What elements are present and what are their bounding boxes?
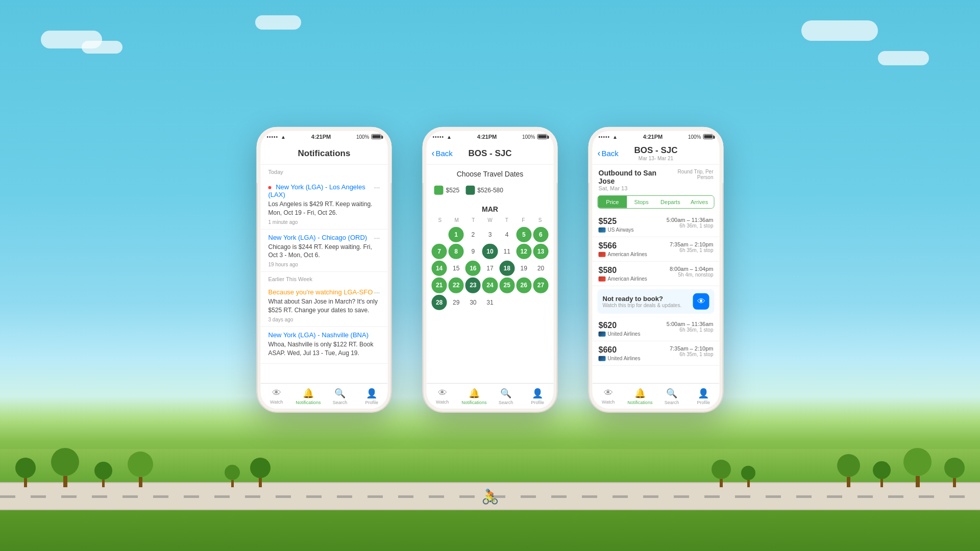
phone-1-battery-icon [372, 134, 382, 139]
profile-icon: 👤 [366, 387, 377, 398]
cal-day-26[interactable]: 26 [516, 278, 531, 293]
profile-icon-3: 👤 [698, 387, 709, 398]
flight-row-2[interactable]: $566 American Airlines 7:35am – 2:10pm 6… [593, 237, 720, 262]
cal-day-3[interactable]: 3 [482, 227, 498, 242]
cal-day-27[interactable]: 27 [533, 278, 548, 293]
legend-green-dot [434, 186, 444, 195]
cal-day-21[interactable]: 21 [432, 278, 447, 293]
tab-3-profile[interactable]: 👤 Profile [688, 387, 719, 405]
tab-2-profile[interactable]: 👤 Profile [522, 387, 553, 405]
cal-day-5[interactable]: 5 [516, 227, 531, 242]
filter-tab-departs[interactable]: Departs [656, 196, 685, 208]
notif-4-text: Whoa, Nashville is only $122 RT. Book AS… [268, 340, 380, 358]
tab-1-profile[interactable]: 👤 Profile [356, 387, 387, 405]
watch-banner-icon: 👁 [697, 297, 705, 306]
cal-day-17[interactable]: 17 [482, 261, 498, 276]
notif-3-time: 3 days ago [268, 317, 380, 322]
cal-day-7[interactable]: 7 [432, 244, 447, 259]
flight-4-time: 5:00am – 11:36am [667, 321, 714, 327]
phone-3-screen: ••••• ▲ 4:21PM 100% ‹ Back [593, 131, 720, 409]
cloud-4 [878, 51, 929, 65]
cal-day-9[interactable]: 9 [465, 244, 481, 259]
flight-2-duration: 6h 35m, 1 stop [670, 247, 714, 253]
phone-2-back-button[interactable]: ‹ Back [432, 148, 453, 159]
cal-day-13[interactable]: 13 [533, 244, 548, 259]
flight-row-5[interactable]: $660 United Airlines 7:35am – 2:10pm 6h … [593, 341, 720, 366]
tab-2-notifications[interactable]: 🔔 Notifications [458, 387, 490, 405]
tab-3-search-label: Search [665, 399, 679, 405]
phone-2-content: Choose Travel Dates $525 $526-580 [427, 165, 554, 383]
tab-3-profile-label: Profile [697, 399, 710, 405]
cal-day-18[interactable]: 18 [499, 261, 514, 276]
search-icon-2: 🔍 [500, 387, 511, 398]
notification-item-2[interactable]: New York (LGA) - Chicago (ORD) ··· Chica… [261, 229, 388, 272]
tab-3-search[interactable]: 🔍 Search [656, 387, 688, 405]
watch-banner-button[interactable]: 👁 [693, 293, 709, 310]
flight-1-duration: 6h 36m, 1 stop [667, 223, 714, 229]
filter-tab-stops[interactable]: Stops [627, 196, 656, 208]
phone-1-content: Today New York (LGA) - Los Angeles (LAX)… [261, 165, 388, 383]
cal-day-6[interactable]: 6 [533, 227, 548, 242]
notifications-icon-3: 🔔 [634, 387, 646, 398]
tab-2-search[interactable]: 🔍 Search [490, 387, 522, 405]
cal-day-12[interactable]: 12 [516, 244, 531, 259]
cal-day-16[interactable]: 16 [465, 261, 481, 276]
phone-2-battery-icon [537, 134, 548, 139]
cal-day-30[interactable]: 30 [465, 294, 481, 310]
notification-item-1[interactable]: New York (LGA) - Los Angeles (LAX) ··· L… [261, 179, 388, 230]
cal-day-22[interactable]: 22 [449, 278, 464, 293]
tab-1-watch[interactable]: 👁 Watch [261, 388, 292, 405]
notification-item-3[interactable]: Because you're watching LGA-SFO ··· What… [261, 284, 388, 327]
cal-day-24[interactable]: 24 [482, 278, 498, 293]
filter-tab-price[interactable]: Price [598, 196, 627, 208]
legend-price-2: $526-580 [477, 187, 503, 194]
watch-banner: Not ready to book? Watch this trip for d… [598, 289, 715, 314]
notifications-icon-2: 🔔 [469, 387, 480, 398]
notif-3-menu[interactable]: ··· [374, 288, 380, 296]
phone-3-back-button[interactable]: ‹ Back [598, 148, 619, 159]
cal-day-23[interactable]: 23 [465, 278, 481, 293]
cal-day-11[interactable]: 11 [499, 244, 514, 259]
phone-3-tab-bar: 👁 Watch 🔔 Notifications 🔍 Search 👤 Profi… [593, 383, 720, 409]
tab-3-notifications[interactable]: 🔔 Notifications [624, 387, 656, 405]
cal-day-20[interactable]: 20 [533, 261, 548, 276]
back-chevron-icon-3: ‹ [598, 148, 601, 159]
tab-1-search[interactable]: 🔍 Search [324, 387, 356, 405]
flight-1-price: $525 [599, 217, 634, 226]
tab-3-watch[interactable]: 👁 Watch [593, 388, 624, 405]
watch-icon-2: 👁 [438, 388, 447, 398]
flight-row-3[interactable]: $580 American Airlines 8:00am – 1:04pm 5… [593, 262, 720, 286]
cal-day-28[interactable]: 28 [432, 294, 447, 310]
cloud-3 [801, 20, 878, 41]
cal-day-1[interactable]: 1 [449, 227, 464, 242]
cal-day-29[interactable]: 29 [449, 294, 464, 310]
notif-3-text: What about San Jose in March? It's only … [268, 297, 380, 315]
cal-day-25[interactable]: 25 [499, 278, 514, 293]
notif-1-menu[interactable]: ··· [374, 183, 380, 191]
filter-tab-arrives[interactable]: Arrives [685, 196, 714, 208]
cal-day-15[interactable]: 15 [449, 261, 464, 276]
cal-day-8[interactable]: 8 [449, 244, 464, 259]
notif-2-menu[interactable]: ··· [374, 233, 380, 241]
united-logo-1 [599, 331, 606, 336]
phone-2-screen: ••••• ▲ 4:21PM 100% ‹ Back BOS - SJC [427, 131, 554, 409]
flight-row-1[interactable]: $525 US Airways 5:00am – 11:36am 6h 36m,… [593, 213, 720, 237]
cal-day-2[interactable]: 2 [465, 227, 481, 242]
choose-travel-dates: Choose Travel Dates [427, 165, 554, 181]
tab-2-watch[interactable]: 👁 Watch [427, 388, 458, 405]
flight-row-4[interactable]: $620 United Airlines 5:00am – 11:36am 6h… [593, 317, 720, 341]
cal-day-4[interactable]: 4 [499, 227, 514, 242]
tab-3-watch-label: Watch [602, 399, 615, 405]
tab-1-notifications[interactable]: 🔔 Notifications [292, 387, 324, 405]
notification-item-4[interactable]: New York (LGA) - Nashville (BNA) Whoa, N… [261, 327, 388, 364]
phone-3-nav-title: BOS - SJC [634, 145, 677, 156]
cal-day-empty-4 [533, 294, 548, 310]
notif-1-time: 1 minute ago [268, 219, 380, 224]
flight-2-time: 7:35am – 2:10pm [670, 241, 714, 247]
cal-day-19[interactable]: 19 [516, 261, 531, 276]
flight-5-time: 7:35am – 2:10pm [670, 345, 714, 352]
cal-day-10[interactable]: 10 [482, 244, 498, 259]
cal-day-31[interactable]: 31 [482, 294, 498, 310]
cal-day-empty-2 [499, 294, 514, 310]
cal-day-14[interactable]: 14 [432, 261, 447, 276]
